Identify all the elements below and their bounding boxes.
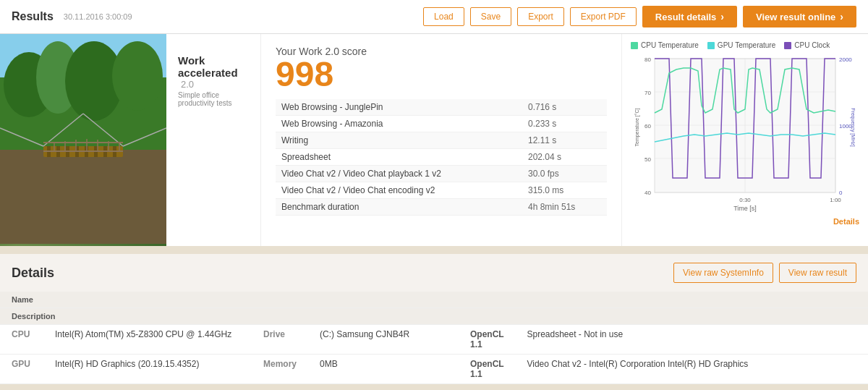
opencl2-value: Video Chat v2 - Intel(R) Corporation Int… — [515, 355, 868, 384]
svg-text:1:00: 1:00 — [830, 197, 841, 203]
gpu-value: Intel(R) HD Graphics (20.19.15.4352) — [43, 355, 246, 384]
save-button[interactable]: Save — [470, 7, 511, 26]
chart-panel: CPU Temperature GPU Temperature CPU Cloc… — [622, 34, 868, 246]
description-header-row: Description — [0, 308, 868, 325]
work-title: Work accelerated — [178, 54, 238, 79]
work-image — [0, 34, 166, 246]
cpu-clock-label: CPU Clock — [794, 41, 830, 49]
legend-gpu-temp: GPU Temperature — [707, 41, 775, 49]
section-divider — [0, 248, 868, 254]
results-date: 30.11.2016 3:00:09 — [64, 12, 132, 21]
metric-value: 0.233 s — [522, 116, 607, 132]
export-pdf-button[interactable]: Export PDF — [570, 7, 637, 26]
description-header-cell: Description — [0, 308, 246, 325]
work-version: 2.0 — [181, 79, 194, 90]
metric-row: Video Chat v2 / Video Chat playback 1 v2… — [276, 166, 607, 182]
gpu-memory-row: GPU Intel(R) HD Graphics (20.19.15.4352)… — [0, 355, 868, 384]
metric-row: Web Browsing - JunglePin0.716 s — [276, 99, 607, 116]
opencl1-label: OpenCL 1.1 — [453, 325, 515, 355]
legend-cpu-clock: CPU Clock — [784, 41, 830, 49]
metric-value: 30.0 fps — [522, 166, 607, 182]
svg-text:70: 70 — [644, 90, 651, 96]
results-title: Results — [12, 10, 54, 23]
view-result-online-button[interactable]: View result online › — [743, 6, 856, 27]
name-header-cell: Name — [0, 292, 246, 308]
cpu-temp-label: CPU Temperature — [641, 41, 699, 49]
metric-label: Web Browsing - Amazonia — [276, 116, 522, 132]
name-header-row: Name — [0, 292, 868, 308]
gpu-temp-color — [707, 42, 715, 49]
metric-label: Spreadsheet — [276, 149, 522, 166]
chevron-right-icon: › — [720, 11, 724, 22]
svg-text:50: 50 — [644, 156, 651, 163]
opencl2-label: OpenCL 1.1 — [453, 355, 515, 384]
results-bar: Results 30.11.2016 3:00:09 Load Save Exp… — [0, 0, 868, 34]
details-buttons: View raw SystemInfo View raw result — [673, 263, 856, 283]
cpu-value: Intel(R) Atom(TM) x5-Z8300 CPU @ 1.44GHz — [43, 325, 246, 355]
svg-text:1000: 1000 — [839, 123, 852, 130]
export-button[interactable]: Export — [517, 7, 564, 26]
chart-details-link[interactable]: Details — [833, 217, 859, 226]
work-info: Work accelerated 2.0 Simple office produ… — [166, 34, 260, 246]
svg-text:0: 0 — [839, 190, 843, 196]
metric-value: 12.11 s — [522, 132, 607, 149]
svg-text:Time [s]: Time [s] — [733, 205, 757, 212]
cpu-temp-color — [631, 42, 638, 49]
view-raw-result-button[interactable]: View raw result — [779, 263, 856, 283]
result-details-button[interactable]: Result details › — [642, 6, 737, 27]
chart-area: 80 70 60 50 40 2000 1000 0 0:30 1:00 Tim… — [631, 55, 859, 229]
cpu-gpu-row: CPU Intel(R) Atom(TM) x5-Z8300 CPU @ 1.4… — [0, 325, 868, 355]
work-panel: Work accelerated 2.0 Simple office produ… — [0, 34, 868, 248]
svg-point-5 — [112, 41, 163, 111]
svg-text:40: 40 — [644, 190, 651, 196]
svg-text:2000: 2000 — [839, 56, 852, 63]
work-subtitle: Simple office productivity tests — [178, 91, 249, 107]
metric-row: Writing12.11 s — [276, 132, 607, 149]
metric-value: 0.716 s — [522, 99, 607, 116]
svg-text:80: 80 — [644, 56, 651, 63]
details-table: Name Description CPU Intel(R) Atom(TM) x… — [0, 292, 868, 384]
memory-value: 0MB — [308, 355, 453, 384]
metric-value: 4h 8min 51s — [522, 199, 607, 216]
score-value: 998 — [276, 57, 607, 92]
svg-text:0:30: 0:30 — [739, 197, 751, 203]
metric-label: Writing — [276, 132, 522, 149]
svg-text:60: 60 — [644, 123, 651, 130]
cpu-clock-color — [784, 42, 791, 49]
view-raw-sysinfo-button[interactable]: View raw SystemInfo — [673, 263, 773, 283]
metric-row: Web Browsing - Amazonia0.233 s — [276, 116, 607, 132]
chart-legend: CPU Temperature GPU Temperature CPU Cloc… — [631, 41, 859, 49]
drive-label: Drive — [246, 325, 308, 355]
metric-row: Spreadsheet202.04 s — [276, 149, 607, 166]
chevron-right-icon: › — [840, 11, 843, 22]
legend-cpu-temp: CPU Temperature — [631, 41, 699, 49]
gpu-label: GPU — [0, 355, 43, 384]
metric-label: Video Chat v2 / Video Chat playback 1 v2 — [276, 166, 522, 182]
work-image-svg — [0, 34, 166, 244]
name-value-cell — [246, 292, 868, 308]
details-header: Details View raw SystemInfo View raw res… — [0, 254, 868, 292]
svg-text:Temperature [°C]: Temperature [°C] — [634, 108, 640, 146]
drive-value: (C:) Samsung CJNB4R — [308, 325, 453, 355]
metric-value: 202.04 s — [522, 149, 607, 166]
gpu-temp-label: GPU Temperature — [718, 41, 775, 49]
cpu-label: CPU — [0, 325, 43, 355]
load-button[interactable]: Load — [423, 7, 464, 26]
chart-svg: 80 70 60 50 40 2000 1000 0 0:30 1:00 Tim… — [631, 55, 859, 214]
metrics-table: Web Browsing - JunglePin0.716 sWeb Brows… — [276, 99, 607, 216]
metric-value: 315.0 ms — [522, 182, 607, 199]
metric-label: Benchmark duration — [276, 199, 522, 216]
svg-text:Frequency [MHz]: Frequency [MHz] — [850, 108, 856, 146]
metric-row: Benchmark duration4h 8min 51s — [276, 199, 607, 216]
metric-label: Video Chat v2 / Video Chat encoding v2 — [276, 182, 522, 199]
svg-rect-6 — [0, 150, 166, 244]
metric-label: Web Browsing - JunglePin — [276, 99, 522, 116]
details-title: Details — [12, 266, 673, 281]
metric-row: Video Chat v2 / Video Chat encoding v231… — [276, 182, 607, 199]
details-section: Details View raw SystemInfo View raw res… — [0, 254, 868, 384]
memory-label: Memory — [246, 355, 308, 384]
description-value-cell — [246, 308, 868, 325]
opencl1-value: Spreadsheet - Not in use — [515, 325, 868, 355]
score-panel: Your Work 2.0 score 998 Web Browsing - J… — [260, 34, 622, 246]
